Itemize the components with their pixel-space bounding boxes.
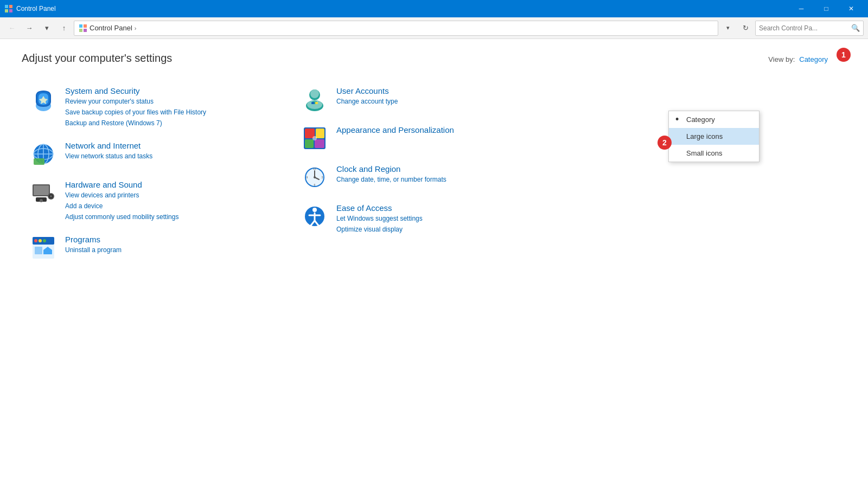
programs-link-1[interactable]: Uninstall a program — [65, 245, 122, 255]
annotation-badge-2: 2 — [658, 136, 672, 150]
main-content: Adjust your computer's settings View by:… — [0, 39, 868, 280]
svg-rect-3 — [9, 9, 12, 12]
network-internet-title[interactable]: Network and Internet — [65, 141, 152, 150]
system-security-icon — [30, 86, 56, 112]
categories-grid: System and Security Review your computer… — [22, 80, 564, 267]
svg-point-26 — [39, 239, 42, 242]
system-security-text: System and Security Review your computer… — [65, 86, 206, 128]
svg-rect-28 — [35, 247, 42, 254]
annotation-badge-1: 1 — [837, 48, 851, 62]
address-icon — [79, 24, 87, 33]
ease-access-title[interactable]: Ease of Access — [336, 203, 423, 213]
svg-point-42 — [312, 136, 317, 140]
category-appearance[interactable]: Appearance and Personalization — [293, 119, 564, 158]
svg-text:3: 3 — [322, 176, 323, 179]
category-ease-access[interactable]: Ease of Access Let Windows suggest setti… — [293, 197, 564, 241]
svg-text:9: 9 — [307, 176, 308, 179]
svg-point-20 — [50, 195, 52, 197]
close-button[interactable]: ✕ — [839, 0, 864, 17]
search-box[interactable]: 🔍 — [755, 21, 864, 36]
appearance-title[interactable]: Appearance and Personalization — [336, 125, 454, 134]
breadcrumb-segment: Control Panel — [90, 24, 132, 32]
user-accounts-link-1[interactable]: Change account type — [336, 97, 398, 106]
category-programs[interactable]: Programs Uninstall a program — [22, 228, 293, 267]
user-accounts-text: User Accounts Change account type — [336, 86, 398, 106]
recent-pages-button[interactable]: ▾ — [39, 21, 54, 36]
svg-rect-17 — [34, 185, 49, 195]
system-security-title[interactable]: System and Security — [65, 86, 206, 95]
user-accounts-title[interactable]: User Accounts — [336, 86, 398, 95]
address-dropdown-button[interactable]: ▾ — [720, 21, 736, 36]
titlebar-controls: ─ □ ✕ — [789, 0, 864, 17]
svg-text:6: 6 — [314, 183, 316, 187]
svg-rect-15 — [34, 158, 44, 165]
minimize-button[interactable]: ─ — [789, 0, 814, 17]
category-hardware-sound[interactable]: Hardware and Sound View devices and prin… — [22, 174, 293, 228]
breadcrumb-separator: › — [135, 25, 137, 31]
appearance-icon — [302, 125, 328, 151]
user-accounts-icon — [302, 86, 328, 112]
network-internet-link-1[interactable]: View network status and tasks — [65, 151, 152, 161]
category-system-security[interactable]: System and Security Review your computer… — [22, 80, 293, 134]
clock-region-link-1[interactable]: Change date, time, or number formats — [336, 175, 446, 184]
svg-rect-2 — [5, 9, 8, 12]
svg-point-32 — [310, 89, 319, 98]
up-button[interactable]: ↑ — [56, 21, 72, 36]
system-security-link-1[interactable]: Review your computer's status — [65, 97, 206, 106]
page-title: Adjust your computer's settings — [22, 52, 846, 65]
network-internet-text: Network and Internet View network status… — [65, 141, 152, 161]
svg-point-27 — [43, 239, 46, 242]
forward-button[interactable]: → — [22, 21, 37, 36]
svg-rect-4 — [79, 24, 82, 28]
svg-rect-0 — [5, 5, 8, 8]
category-network-internet[interactable]: Network and Internet View network status… — [22, 134, 293, 174]
programs-title[interactable]: Programs — [65, 235, 122, 244]
svg-rect-36 — [315, 102, 318, 104]
titlebar-app-icon — [4, 4, 13, 13]
svg-rect-1 — [9, 5, 12, 8]
right-categories: User Accounts Change account type — [293, 80, 564, 267]
svg-point-25 — [34, 239, 37, 242]
ease-access-text: Ease of Access Let Windows suggest setti… — [336, 203, 423, 234]
ease-access-link-1[interactable]: Let Windows suggest settings — [336, 214, 423, 223]
system-security-link-2[interactable]: Save backup copies of your files with Fi… — [65, 107, 206, 117]
titlebar-title: Control Panel — [16, 5, 789, 12]
svg-point-53 — [312, 208, 317, 212]
svg-rect-7 — [84, 29, 87, 32]
programs-icon — [30, 235, 56, 261]
system-security-link-3[interactable]: Backup and Restore (Windows 7) — [65, 118, 206, 128]
dropdown-item-small-icons[interactable]: Small icons — [669, 145, 759, 162]
dropdown-item-category[interactable]: Category — [669, 111, 759, 128]
ease-access-link-2[interactable]: Optimize visual display — [336, 224, 423, 234]
view-by-label: View by: — [768, 55, 795, 63]
view-by-row: View by: Category 1 — [768, 52, 846, 66]
back-button[interactable]: ← — [4, 21, 20, 36]
hardware-sound-icon — [30, 180, 56, 206]
svg-rect-35 — [311, 102, 314, 104]
refresh-button[interactable]: ↻ — [738, 21, 753, 36]
dropdown-item-large-icons[interactable]: Large icons — [669, 128, 759, 145]
titlebar: Control Panel ─ □ ✕ — [0, 0, 868, 17]
hardware-sound-link-2[interactable]: Add a device — [65, 201, 178, 211]
hardware-sound-title[interactable]: Hardware and Sound — [65, 180, 178, 189]
clock-region-icon: 12 3 6 9 — [302, 164, 328, 190]
hardware-sound-link-1[interactable]: View devices and printers — [65, 190, 178, 200]
ease-access-icon — [302, 203, 328, 229]
address-bar[interactable]: Control Panel › — [74, 21, 718, 36]
svg-point-22 — [40, 199, 43, 202]
maximize-button[interactable]: □ — [814, 0, 839, 17]
programs-text: Programs Uninstall a program — [65, 235, 122, 255]
category-clock-region[interactable]: 12 3 6 9 Clock and Region Change date, t… — [293, 158, 564, 197]
svg-rect-5 — [84, 24, 87, 28]
svg-rect-41 — [315, 139, 324, 148]
clock-region-title[interactable]: Clock and Region — [336, 164, 446, 174]
search-input[interactable] — [759, 24, 851, 32]
hardware-sound-link-3[interactable]: Adjust commonly used mobility settings — [65, 212, 178, 222]
left-categories: System and Security Review your computer… — [22, 80, 293, 267]
view-by-dropdown: Category Large icons Small icons — [668, 111, 760, 162]
view-by-value[interactable]: Category — [799, 55, 828, 63]
breadcrumb: Control Panel › — [79, 24, 136, 33]
appearance-text: Appearance and Personalization — [336, 125, 454, 134]
network-internet-icon — [30, 141, 56, 167]
category-user-accounts[interactable]: User Accounts Change account type — [293, 80, 564, 119]
